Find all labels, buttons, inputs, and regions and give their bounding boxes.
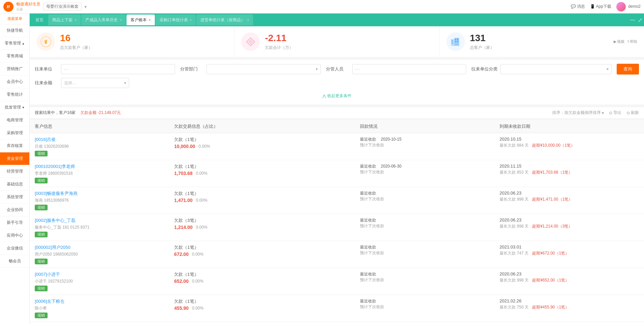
customer-phone: 小进干 18279152100 (35, 278, 174, 284)
stat-card-total-customers: 131 总客户（家） ▶ 视频 ? 帮助 (440, 26, 644, 57)
customer-name-link[interactable]: [0016]吕俊 (35, 137, 174, 143)
result-bar-actions: 排序：按欠款金额倒序排序 ▾ ⊙ 导出 ⊙ 刷新 (552, 110, 639, 116)
sidebar-item-finance[interactable]: 资金管理 (0, 152, 29, 165)
overdue-amount-link[interactable]: 超期¥672.00（1笔） (532, 251, 569, 256)
person-input[interactable]: ··· (352, 64, 466, 74)
customer-name-link[interactable]: [000002]用户2050 (35, 244, 174, 251)
video-btn[interactable]: ▶ 视频 (614, 39, 624, 44)
debt-amount[interactable]: 1,214.00 (174, 225, 193, 230)
debt-amount[interactable]: 10,000.00 (174, 144, 195, 149)
table-row: [000002]用户2050 用户2050 18665062050 现销 欠款（… (30, 241, 644, 268)
close-icon5[interactable]: × (247, 18, 249, 22)
company-dropdown-icon[interactable]: ▾ (84, 4, 87, 9)
sidebar-item-retail-mall[interactable]: 零售商城 (0, 50, 29, 63)
tab-stock-stats[interactable]: 进货单统计表（按商品） × (196, 14, 253, 25)
close-icon2[interactable]: × (120, 18, 122, 22)
sidebar-item-marketing[interactable]: 营销推广 (0, 63, 29, 76)
refresh-btn[interactable]: ⊙ 刷新 (626, 110, 639, 116)
overdue-date: 2020.10.15 (500, 137, 639, 142)
chevron-down-icon4: ▾ (607, 67, 609, 71)
sidebar-item-guide[interactable]: 新手引导 (0, 216, 29, 229)
top-right-actions: 💬 消息 📱 App下载 demo2 (571, 2, 641, 11)
overdue-amount-link[interactable]: 超期¥10,000.00（1笔） (532, 143, 575, 148)
sidebar-item-wholesale-mgmt[interactable]: 批发管理 ▼ (0, 101, 29, 114)
company-name[interactable]: 母婴行业演示账套 (43, 3, 82, 10)
overdue-amount-link[interactable]: 超期¥1,703.68（1笔） (532, 170, 572, 175)
sidebar-item-ecommerce[interactable]: 电商管理 (0, 114, 29, 127)
export-icon: ⊙ (609, 111, 612, 115)
unit-category-select[interactable]: ▾ (500, 64, 612, 74)
sidebar-item-members[interactable]: 会员中心 (0, 76, 29, 88)
tab-collapse-btn[interactable]: — (630, 17, 635, 23)
tab-purchase-order-label: 采购订单统计表 (160, 17, 188, 23)
wholesale-label: 批发管理 (5, 105, 21, 110)
customer-name-link[interactable]: [0001020001]李老师 (35, 164, 174, 170)
sidebar-item-member-plus[interactable]: 畅会员 (0, 255, 29, 268)
dept-select[interactable]: ▾ (206, 64, 320, 74)
help-btn[interactable]: ? 帮助 (627, 39, 637, 44)
tab-customer-account-label: 客户账本 (131, 17, 147, 23)
customer-name-link[interactable]: [0006]去下粮仓 (35, 298, 174, 304)
sidebar-item-inventory[interactable]: 库存核算 (0, 140, 29, 152)
sidebar-item-operations[interactable]: 经营管理 (0, 165, 29, 178)
chevron-down-icon: ▲ (22, 42, 25, 45)
debt-amount[interactable]: 1,703.68 (174, 171, 193, 176)
sidebar-item-enterprise[interactable]: 企业协同 (0, 204, 29, 216)
sidebar-item-system[interactable]: 系统管理 (0, 191, 29, 204)
debt-count: 欠款（1笔） (174, 298, 360, 304)
debt-amount[interactable]: 1,471.00 (174, 198, 193, 203)
sort-btn[interactable]: 排序：按欠款金额倒序排序 ▾ (552, 110, 604, 116)
customer-tag: 现销 (35, 313, 48, 318)
close-icon3[interactable]: × (149, 18, 151, 22)
tab-product-history[interactable]: 产成品入库单历史 × (81, 14, 126, 25)
collapse-filter-btn[interactable]: ⋀ 收起更多条件 (35, 91, 639, 100)
debt-amount[interactable]: 455.90 (174, 305, 189, 311)
customer-name-link[interactable]: [0002]服务中心_丁磊 (35, 217, 174, 224)
next-payment-label: 预计下次收款 (360, 223, 499, 229)
page-content: ¥ 16 总欠款客户（家） (30, 26, 644, 324)
debt-amount[interactable]: 672.00 (174, 252, 189, 257)
chevron-down-icon5: ▾ (124, 81, 126, 85)
sidebar-label: 示器 (16, 7, 40, 11)
export-btn[interactable]: ⊙ 导出 (609, 110, 621, 116)
sidebar-item-basic-info[interactable]: 基础信息 (0, 178, 29, 191)
overdue-amount-link[interactable]: 超期¥455.90（1笔） (532, 305, 569, 310)
close-icon[interactable]: × (75, 18, 77, 22)
close-icon4[interactable]: × (190, 18, 192, 22)
chevron-down-icon3: ▾ (316, 67, 318, 71)
sidebar-item-app-center[interactable]: 应用中心 (0, 229, 29, 242)
debt-amount[interactable]: 652.00 (174, 278, 189, 284)
tab-product-listing[interactable]: 商品上下架 × (48, 14, 81, 25)
result-summary: 搜索结果中，客户16家 欠款金额 -21,148.07元 (35, 110, 121, 116)
overdue-info: 最长欠款 998 天 超期¥1,471.00（1笔） (500, 197, 639, 202)
tab-home[interactable]: 首页 (31, 14, 48, 25)
sidebar-item-quick-nav[interactable]: 快捷导航 (0, 24, 29, 37)
search-menu-btn[interactable]: 搜索菜单 (0, 13, 29, 24)
debt-info-cell: 欠款（1笔） 455.90 0.00% (174, 298, 360, 311)
balance-select[interactable]: 选择... ▾ (61, 78, 129, 88)
table-row: [000001]黄思源 黄思源 13552700226 现销 欠款（1笔） 42… (30, 322, 644, 324)
message-btn[interactable]: 💬 消息 (571, 4, 585, 9)
sidebar-item-purchase[interactable]: 采购管理 (0, 127, 29, 140)
tab-customer-account[interactable]: 客户账本 × (127, 14, 155, 25)
tab-purchase-order[interactable]: 采购订单统计表 × (156, 14, 196, 25)
tab-expand-btn[interactable]: ⤢ (638, 17, 642, 23)
from-unit-input[interactable]: ··· (61, 64, 175, 74)
customer-tag: 现销 (35, 259, 48, 264)
debt-percent: 0.00% (199, 144, 210, 149)
overdue-amount-link[interactable]: 超期¥652.00（1笔） (532, 278, 569, 283)
overdue-amount-link[interactable]: 超期¥1,471.00（1笔） (532, 197, 572, 202)
customer-name-link[interactable]: [0007]小进干 (35, 271, 174, 277)
unit-category-label: 往来单位分类 (471, 66, 498, 72)
sidebar-item-wechat[interactable]: 企业微信 (0, 242, 29, 255)
user-avatar-btn[interactable]: demo2 (616, 2, 641, 11)
overdue-amount-link[interactable]: 超期¥1,214.00（3笔） (532, 224, 572, 229)
sidebar-item-retail-stats[interactable]: 零售统计 (0, 88, 29, 101)
total-debt-amount: -2.11 (265, 33, 432, 43)
customer-info-cell: [0007]小进干 小进干 18279152100 现销 (35, 271, 174, 291)
customer-name-link[interactable]: [0003]畅捷服务尹海燕 (35, 190, 174, 197)
app-download-btn[interactable]: 📱 App下载 (590, 4, 611, 9)
search-button[interactable]: 查询 (617, 64, 639, 75)
sidebar-item-retail-mgmt[interactable]: 零售管理 ▲ (0, 37, 29, 50)
overdue-cell: 2020.10.15 最长欠款 884 天 超期¥10,000.00（1笔） (500, 137, 639, 148)
